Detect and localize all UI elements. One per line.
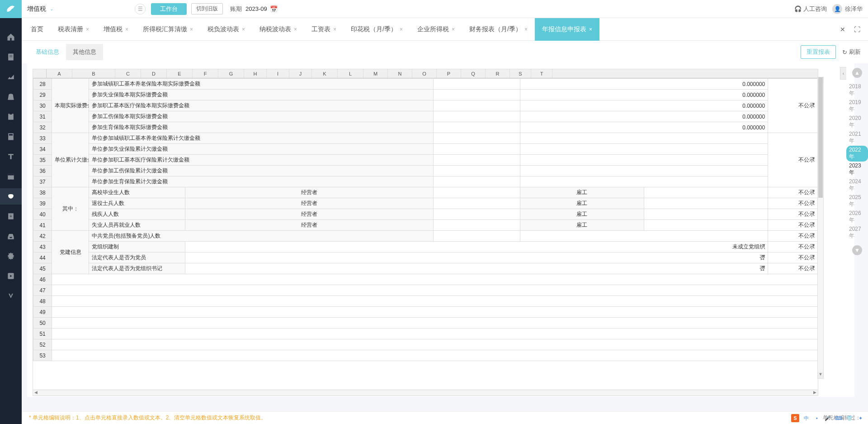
disclosure-dropdown[interactable]: 不公示 xyxy=(768,198,818,209)
tab-所得税汇算清缴[interactable]: 所得税汇算清缴× xyxy=(136,18,200,41)
ime-item-5[interactable]: 👕 xyxy=(845,414,854,422)
close-icon[interactable]: × xyxy=(589,26,592,33)
col-header-A[interactable]: A xyxy=(47,69,72,78)
label-cell[interactable]: 参加城镇职工基本养老保险本期实际缴费金额 xyxy=(89,79,433,90)
row-number[interactable]: 43 xyxy=(33,242,52,252)
col-header-D[interactable]: D xyxy=(141,69,167,78)
disclosure-dropdown[interactable]: 不公示 xyxy=(768,231,818,242)
wide-dropdown[interactable]: 否 xyxy=(185,252,768,263)
refresh-button[interactable]: ↻ 刷新 xyxy=(842,48,861,56)
col-header-B[interactable]: B xyxy=(72,69,115,78)
disclosure-dropdown[interactable]: 不公示 xyxy=(768,133,818,187)
group-cell[interactable]: 本期实际缴费金额(万元) xyxy=(52,79,89,133)
row-number[interactable]: 51 xyxy=(33,329,52,339)
app-logo[interactable] xyxy=(0,0,22,18)
row-number[interactable]: 48 xyxy=(33,296,52,307)
row-number[interactable]: 45 xyxy=(33,263,52,274)
nav-text-icon[interactable] xyxy=(0,148,22,165)
role-cell[interactable]: 雇工 xyxy=(520,220,644,231)
group-cell[interactable]: 其中： xyxy=(52,187,89,231)
year-2018年[interactable]: 2018年 xyxy=(846,82,868,98)
role-cell[interactable]: 雇工 xyxy=(520,198,644,209)
nav-settings-icon[interactable] xyxy=(0,248,22,264)
grid-body[interactable]: 28本期实际缴费金额(万元)参加城镇职工基本养老保险本期实际缴费金额0.0000… xyxy=(33,78,818,391)
year-2027年[interactable]: 2027年 xyxy=(846,225,868,241)
row-number[interactable]: 52 xyxy=(33,339,52,350)
row-number[interactable]: 29 xyxy=(33,90,52,100)
disclosure-dropdown[interactable]: 不公示 xyxy=(768,209,818,220)
tab-年报信息申报表[interactable]: 年报信息申报表× xyxy=(535,18,599,41)
disclosure-dropdown[interactable]: 不公示 xyxy=(768,242,818,252)
module-dropdown[interactable]: 增值税 ⌄ xyxy=(27,5,53,13)
tab-首页[interactable]: 首页 xyxy=(24,18,51,41)
row-number[interactable]: 49 xyxy=(33,307,52,318)
col-header-K[interactable]: K xyxy=(312,69,338,78)
nav-calc-icon[interactable] xyxy=(0,129,22,145)
row-number[interactable]: 40 xyxy=(33,209,52,220)
role-cell[interactable]: 雇工 xyxy=(520,187,644,198)
row-number[interactable]: 37 xyxy=(33,176,52,187)
tab-印花税（月/季）[interactable]: 印花税（月/季）× xyxy=(344,18,410,41)
col-header-N[interactable]: N xyxy=(388,69,412,78)
label-cell[interactable]: 单位参加失业保险累计欠缴金额 xyxy=(89,144,433,155)
nav-inbox-icon[interactable] xyxy=(0,228,22,244)
row-number[interactable]: 42 xyxy=(33,231,52,242)
row-number[interactable]: 47 xyxy=(33,285,52,296)
group-cell[interactable]: 单位累计欠缴金额(万元) xyxy=(52,133,89,187)
year-down-button[interactable]: ▼ xyxy=(852,245,862,255)
row-number[interactable]: 50 xyxy=(33,318,52,329)
ime-item-2[interactable]: • xyxy=(813,414,821,422)
value-cell[interactable] xyxy=(520,231,768,242)
year-expand-toggle[interactable]: ‹ xyxy=(840,67,846,80)
year-2019年[interactable]: 2019年 xyxy=(846,98,868,114)
disclosure-dropdown[interactable]: 不公示 xyxy=(768,252,818,263)
col-header-L[interactable]: L xyxy=(338,69,363,78)
ime-item-4[interactable]: ⌨ xyxy=(835,414,843,422)
value-cell[interactable] xyxy=(520,176,768,187)
calendar-icon[interactable]: 📅 xyxy=(270,5,278,13)
year-2024年[interactable]: 2024年 xyxy=(846,177,868,193)
row-number[interactable]: 34 xyxy=(33,144,52,155)
wide-dropdown[interactable]: 未成立党组织 xyxy=(185,242,768,252)
row-number[interactable]: 33 xyxy=(33,133,52,144)
year-2023年[interactable]: 2023年 xyxy=(846,162,868,177)
label-cell[interactable]: 党组织建制 xyxy=(89,242,185,252)
wide-dropdown[interactable]: 否 xyxy=(185,263,768,274)
col-header-G[interactable]: G xyxy=(218,69,244,78)
close-icon[interactable]: × xyxy=(125,26,128,33)
value-cell[interactable] xyxy=(520,166,768,176)
year-2020年[interactable]: 2020年 xyxy=(846,114,868,130)
value-cell[interactable]: 0.000000 xyxy=(520,100,768,111)
operator-cell[interactable]: 经营者 xyxy=(185,220,434,231)
role-cell[interactable]: 雇工 xyxy=(520,209,644,220)
label-cell[interactable]: 失业人员再就业人数 xyxy=(89,220,185,231)
row-number[interactable]: 38 xyxy=(33,187,52,198)
close-icon[interactable]: × xyxy=(86,26,89,33)
close-icon[interactable]: × xyxy=(452,26,455,33)
col-header-M[interactable]: M xyxy=(363,69,388,78)
value-cell[interactable] xyxy=(520,144,768,155)
row-number[interactable]: 28 xyxy=(33,79,52,90)
label-cell[interactable]: 参加职工基本医疗保险本期实际缴费金额 xyxy=(89,100,433,111)
close-icon[interactable]: × xyxy=(190,26,193,33)
label-cell[interactable]: 单位参加城镇职工基本养老保险累计欠缴金额 xyxy=(89,133,433,144)
col-header-S[interactable]: S xyxy=(510,69,531,78)
col-header-E[interactable]: E xyxy=(167,69,193,78)
nav-calendar-icon[interactable] xyxy=(0,168,22,185)
tab-纳税波动表[interactable]: 纳税波动表× xyxy=(252,18,304,41)
nav-play-icon[interactable] xyxy=(0,268,22,284)
ime-item-1[interactable]: 中 xyxy=(802,414,810,422)
workspace-button[interactable]: 工作台 xyxy=(151,3,187,15)
row-number[interactable]: 39 xyxy=(33,198,52,209)
close-icon[interactable]: × xyxy=(400,26,403,33)
tab-企业所得税[interactable]: 企业所得税× xyxy=(410,18,462,41)
value-cell[interactable]: 0.000000 xyxy=(520,90,768,100)
label-cell[interactable]: 高校毕业生人数 xyxy=(89,187,185,198)
col-header-Q[interactable]: Q xyxy=(461,69,486,78)
nav-chart-icon[interactable] xyxy=(0,69,22,85)
col-header-I[interactable]: I xyxy=(267,69,289,78)
label-cell[interactable]: 参加工伤保险本期实际缴费金额 xyxy=(89,111,433,122)
year-2021年[interactable]: 2021年 xyxy=(846,130,868,146)
label-cell[interactable]: 单位参加职工基本医疗保险累计欠缴金额 xyxy=(89,155,433,166)
select-all-corner[interactable] xyxy=(33,69,47,78)
